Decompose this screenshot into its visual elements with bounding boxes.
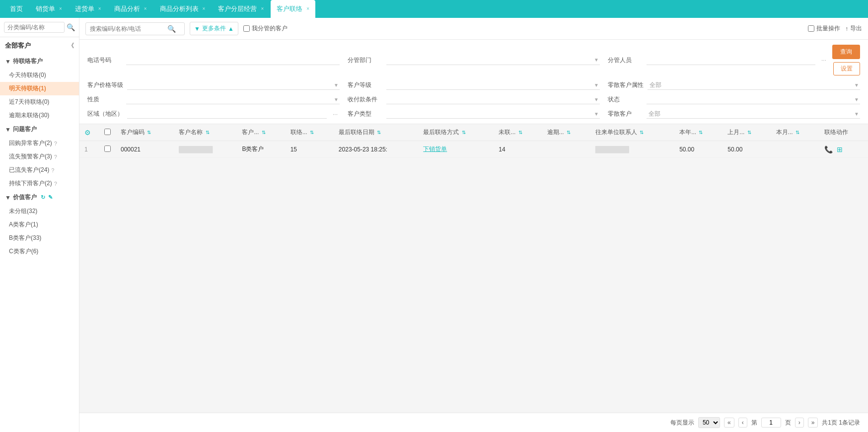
- sort-icon[interactable]: ⇅: [310, 130, 314, 135]
- region-input[interactable]: [127, 109, 327, 119]
- close-icon[interactable]: ×: [98, 0, 101, 18]
- more-icon[interactable]: ···: [819, 57, 828, 64]
- nav-item-analysis[interactable]: 商品分析 ×: [108, 0, 153, 18]
- value-level-select[interactable]: [127, 80, 340, 89]
- nav-item-analysis-list[interactable]: 商品分析列表 ×: [154, 0, 212, 18]
- search-input[interactable]: [90, 25, 164, 32]
- sort-icon[interactable]: ⇅: [747, 130, 751, 135]
- batch-operation-btn[interactable]: 批量操作: [808, 24, 840, 33]
- sidebar-section-value[interactable]: ▼ 价值客户 ↻ ✎: [0, 190, 79, 205]
- nav-item-sale[interactable]: 销货单 ×: [30, 0, 68, 18]
- page-number-input[interactable]: [761, 418, 781, 428]
- close-icon[interactable]: ×: [261, 0, 264, 18]
- sidebar-section-problem[interactable]: ▼ 问题客户: [0, 122, 79, 137]
- setting-button[interactable]: 设置: [833, 62, 860, 75]
- sidebar-item-overdue[interactable]: 逾期未联络(30): [0, 109, 79, 122]
- retail-select-wrap: 全部 ▼: [647, 109, 860, 119]
- gender-select[interactable]: [126, 95, 340, 104]
- nav-item-customer-ops[interactable]: 客户分层经营 ×: [212, 0, 270, 18]
- nav-item-customer-contact[interactable]: 客户联络 ×: [271, 0, 315, 18]
- filter-bar: 🔍 ▼ 更多条件 ▲ 我分管的客户 批量操作 ↑ 导出: [79, 18, 868, 40]
- retail-attr-select[interactable]: 全部: [648, 80, 860, 89]
- help-icon: ?: [54, 181, 57, 187]
- row-checkbox[interactable]: [104, 145, 111, 152]
- close-icon[interactable]: ×: [59, 0, 62, 18]
- person-input[interactable]: [647, 56, 815, 65]
- close-icon[interactable]: ×: [306, 0, 309, 18]
- chevron-up-icon: ▲: [228, 25, 234, 32]
- sidebar-item-class-a[interactable]: A类客户(1): [0, 218, 79, 231]
- close-icon[interactable]: ×: [144, 0, 147, 18]
- contact-method-link[interactable]: 下销货单: [423, 145, 447, 152]
- sidebar-item-class-c[interactable]: C类客户(6): [0, 245, 79, 258]
- sort-icon[interactable]: ⇅: [796, 130, 799, 135]
- prev-page-btn[interactable]: ‹: [738, 418, 747, 428]
- payment-select-wrap: ▼: [386, 95, 600, 104]
- sidebar-item-today[interactable]: 今天待联络(0): [0, 69, 79, 82]
- dept-select[interactable]: [386, 56, 600, 65]
- payment-select[interactable]: [386, 95, 600, 104]
- close-icon[interactable]: ×: [203, 0, 206, 18]
- nav-item-purchase[interactable]: 进货单 ×: [69, 0, 107, 18]
- gender-select-wrap: ▼: [126, 95, 340, 104]
- status-select-wrap: ▼: [647, 95, 860, 104]
- phone-icon[interactable]: 📞: [824, 145, 833, 153]
- sidebar-item-unclassified[interactable]: 未分组(32): [0, 205, 79, 218]
- sidebar-item-declining[interactable]: 持续下滑客户(2) ?: [0, 177, 79, 190]
- col-checkbox-header: [99, 124, 116, 141]
- export-btn[interactable]: ↑ 导出: [845, 24, 862, 33]
- col-last-contact-method: 最后联络方式 ⇅: [418, 124, 494, 141]
- contact-person-cell: ████████: [590, 141, 674, 158]
- sort-icon[interactable]: ⇅: [518, 130, 522, 135]
- sidebar-section-pending[interactable]: ▼ 待联络客户: [0, 54, 79, 69]
- filter-bar-right: 批量操作 ↑ 导出: [808, 24, 862, 33]
- first-page-btn[interactable]: «: [724, 418, 734, 428]
- sidebar-item-repurchase-abnormal[interactable]: 回购异常客户(2) ?: [0, 137, 79, 150]
- more-icon[interactable]: ···: [331, 111, 340, 118]
- my-customers-filter[interactable]: 我分管的客户: [243, 24, 288, 33]
- per-page-select[interactable]: 50: [698, 417, 720, 428]
- status-select[interactable]: [647, 95, 860, 104]
- sidebar-item-churned[interactable]: 已流失客户(24) ?: [0, 163, 79, 177]
- query-button[interactable]: 查询: [832, 45, 860, 59]
- sort-icon[interactable]: ⇅: [147, 130, 151, 135]
- top-navigation: 首页 销货单 × 进货单 × 商品分析 × 商品分析列表 × 客户分层经营 × …: [0, 0, 868, 18]
- nav-home[interactable]: 首页: [4, 4, 29, 13]
- sort-icon[interactable]: ⇅: [206, 130, 210, 135]
- sidebar-item-churn-warning[interactable]: 流失预警客户(3) ?: [0, 150, 79, 163]
- sort-icon[interactable]: ⇅: [699, 130, 703, 135]
- contact-person-masked: ████████: [595, 146, 629, 153]
- search-icon[interactable]: 🔍: [167, 25, 176, 33]
- settings-icon[interactable]: ⚙: [84, 129, 91, 137]
- page-unit: 页: [785, 419, 791, 427]
- sidebar-all-customers[interactable]: 全部客户 《: [0, 37, 79, 54]
- type-select[interactable]: [386, 109, 600, 118]
- arrow-icon: ▼: [5, 126, 11, 133]
- phone-input[interactable]: [126, 56, 340, 65]
- refresh-icon[interactable]: ↻: [41, 194, 45, 201]
- retail-select[interactable]: 全部: [647, 109, 860, 118]
- chevron-down-icon: ▼: [854, 82, 859, 88]
- my-customers-checkbox[interactable]: [243, 25, 250, 32]
- sort-icon[interactable]: ⇅: [462, 130, 466, 135]
- sidebar-item-class-b[interactable]: B类客户(33): [0, 231, 79, 245]
- grid-icon[interactable]: ⊞: [837, 145, 843, 153]
- next-page-btn[interactable]: ›: [795, 418, 804, 428]
- customer-name-cell: ████████: [174, 141, 237, 158]
- last-contact-date-cell: 2023-05-23 18:25:: [334, 141, 418, 158]
- edit-icon[interactable]: ✎: [48, 194, 53, 201]
- batch-checkbox[interactable]: [808, 25, 814, 32]
- sort-icon[interactable]: ⇅: [567, 130, 571, 135]
- search-icon[interactable]: 🔍: [67, 23, 75, 31]
- level-select[interactable]: [386, 80, 600, 89]
- sort-icon[interactable]: ⇅: [262, 130, 266, 135]
- sidebar-item-7days[interactable]: 近7天待联络(0): [0, 95, 79, 109]
- sort-icon[interactable]: ⇅: [640, 130, 644, 135]
- sort-icon[interactable]: ⇅: [377, 130, 381, 135]
- sidebar-item-tomorrow[interactable]: 明天待联络(1): [0, 82, 79, 95]
- filter-retail-attr: 零散客户属性 全部 ▼: [608, 80, 860, 90]
- sidebar-search-input[interactable]: [4, 22, 65, 33]
- last-page-btn[interactable]: »: [808, 418, 818, 428]
- more-conditions-btn[interactable]: ▼ 更多条件 ▲: [190, 22, 238, 35]
- select-all-checkbox[interactable]: [104, 129, 111, 135]
